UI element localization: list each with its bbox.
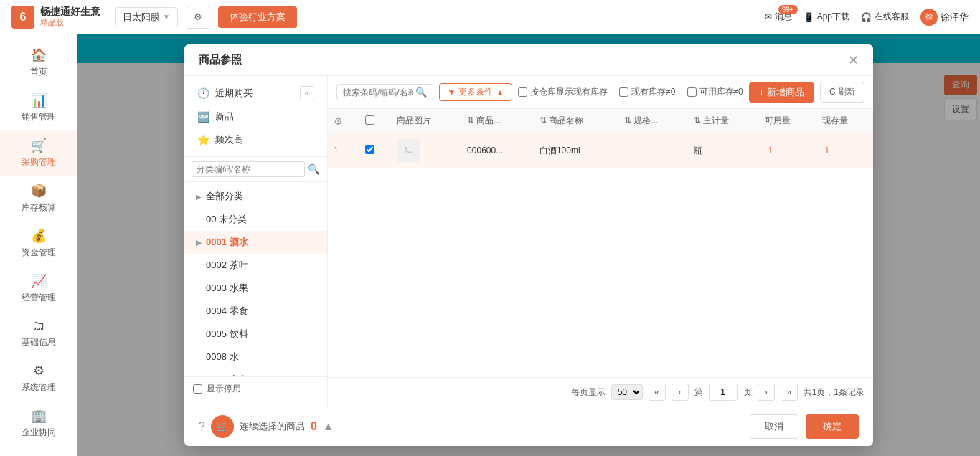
category-c0003[interactable]: 0003 水果 [184,277,327,300]
page-size-label: 每页显示 [571,386,606,399]
right-panel: 🔍 ▼ 更多条件 ▲ 按仓库显示现有库存 [328,76,873,407]
search-icon[interactable]: 🔍 [415,87,427,98]
modal-close-button[interactable]: ✕ [848,54,859,67]
user-avatar[interactable]: 徐 徐泽华 [920,9,969,26]
category-c0002[interactable]: 0002 茶叶 [184,254,327,277]
category-search-input[interactable] [192,161,305,177]
pagination-area: 每页显示 50 « ‹ 第 页 › » 共1页，1条记录 [328,377,873,407]
category-c00[interactable]: 00 未分类 [184,208,327,231]
inventory-icon: 📦 [31,183,47,199]
row-select-checkbox[interactable] [365,145,374,154]
add-product-button[interactable]: + 新增商品 [749,82,814,103]
footer-cart-area: ? 🛒 连续选择的商品 0 ▲ [199,415,334,438]
logo-text-area: 畅捷通好生意 精品版 [40,6,100,29]
help-icon[interactable]: ? [199,420,205,433]
refresh-button[interactable]: C 刷新 [820,82,864,103]
col-checkbox-header [359,109,391,133]
sidebar-item-home[interactable]: 🏠 首页 [0,40,77,85]
app-download-button[interactable]: 📱 App下载 [804,11,849,23]
category-search-icon[interactable]: 🔍 [308,163,320,175]
available-nonzero-checkbox[interactable] [687,87,697,97]
svg-rect-0 [401,143,415,158]
filter-icon: ▼ [447,87,456,98]
confirm-button[interactable]: 确定 [806,414,859,439]
cancel-button[interactable]: 取消 [750,414,798,439]
first-page-button[interactable]: « [649,384,666,401]
show-disabled-checkbox[interactable] [193,384,202,394]
category-c0005[interactable]: 0005 饮料 [184,323,327,346]
page-size-select[interactable]: 50 [611,384,643,400]
more-filter-button[interactable]: ▼ 更多条件 ▲ [439,83,512,101]
sidebar-item-sales[interactable]: 📊 销售管理 [0,85,77,130]
main-layout: 🏠 首页 📊 销售管理 🛒 采购管理 📦 库存核算 💰 资金管理 📈 经营管理 … [0,34,980,456]
column-settings-icon[interactable]: ⚙ [334,115,343,127]
stock-nonzero-checkbox[interactable] [619,87,628,97]
tab-recent-purchase[interactable]: 🕐 近期购买 « [190,82,321,105]
sidebar-item-basics[interactable]: 🗂 基础信息 [0,311,77,356]
logo-subtitle: 精品版 [40,17,100,28]
sidebar-item-system[interactable]: ⚙ 系统管理 [0,356,77,401]
row-code: 000600... [461,133,534,168]
row-num: 1 [328,133,359,168]
category-c0010[interactable]: 0010 家电 [184,369,327,376]
col-unit-header[interactable]: ⇅ 主计量 [688,109,760,133]
product-search-input[interactable] [343,87,413,98]
logo-icon: 6 [11,6,34,29]
purchase-icon: 🛒 [31,138,47,153]
modal-backdrop: 商品参照 ✕ 🕐 近期购买 « [77,34,980,456]
row-img [391,133,461,168]
store-selector[interactable]: 日太阳膜 ▼ [115,7,178,27]
modal-body: 🕐 近期购买 « 🆕 新品 ⭐ 频次高 [184,76,873,407]
sidebar-item-inventory[interactable]: 📦 库存核算 [0,176,77,221]
left-panel-tabs: 🕐 近期购买 « 🆕 新品 ⭐ 频次高 [184,82,327,157]
checkbox-available-nonzero[interactable]: 可用库存≠0 [687,86,743,98]
nav-right-area: ✉ 消息 99+ 📱 App下载 🎧 在线客服 徐 徐泽华 [765,9,969,26]
product-table-wrap: ⚙ 商品图片 [328,109,873,377]
online-service-button[interactable]: 🎧 在线客服 [861,11,909,23]
collapse-left-panel-button[interactable]: « [300,86,314,100]
select-all-checkbox[interactable] [365,115,374,125]
settings-icon-btn[interactable]: ⚙ [187,6,209,29]
modal-footer: ? 🛒 连续选择的商品 0 ▲ 取消 确定 [184,407,873,446]
finance-icon: 💰 [31,228,47,244]
checkbox-stock-nonzero[interactable]: 现有库存≠0 [619,86,675,98]
sidebar: 🏠 首页 📊 销售管理 🛒 采购管理 📦 库存核算 💰 资金管理 📈 经营管理 … [0,34,77,456]
checkbox-by-warehouse[interactable]: 按仓库显示现有库存 [518,86,608,98]
home-icon: 🏠 [31,47,47,63]
sidebar-item-operations[interactable]: 📈 经营管理 [0,266,77,311]
sidebar-item-purchase[interactable]: 🛒 采购管理 [0,130,77,176]
page-suffix: 页 [743,386,752,399]
tab-frequent[interactable]: ⭐ 频次高 [190,129,321,151]
row-name: 白酒100ml [534,133,618,168]
modal-header: 商品参照 ✕ [184,44,873,76]
collapse-footer-icon[interactable]: ▲ [323,420,334,433]
table-row[interactable]: 1 000600... 白酒100ml 瓶 -1 -1 [328,133,873,168]
category-c0008[interactable]: 0008 水 [184,346,327,369]
top-navbar: 6 畅捷通好生意 精品版 日太阳膜 ▼ ⚙ 体验行业方案 ✉ 消息 99+ 📱 … [0,0,980,34]
system-icon: ⚙ [33,363,44,379]
sidebar-item-finance[interactable]: 💰 资金管理 [0,221,77,266]
last-page-button[interactable]: » [781,384,798,401]
by-warehouse-checkbox[interactable] [518,87,527,97]
tab-new-products[interactable]: 🆕 新品 [190,106,321,128]
prev-page-button[interactable]: ‹ [672,384,689,401]
col-code-header[interactable]: ⇅ 商品... [461,109,534,133]
row-checkbox[interactable] [359,133,391,168]
col-name-header[interactable]: ⇅ 商品名称 [534,109,618,133]
sidebar-item-guide[interactable]: 📖 新手引导 [0,446,77,456]
show-disabled-label[interactable]: 显示停用 [207,383,241,395]
page-number-input[interactable] [709,384,738,401]
footer-right-buttons: 取消 确定 [750,414,859,439]
category-c0004[interactable]: 0004 零食 [184,300,327,323]
col-spec-header[interactable]: ⇅ 规格... [618,109,688,133]
sidebar-item-enterprise[interactable]: 🏢 企业协同 [0,401,77,446]
row-spec [618,133,688,168]
next-page-button[interactable]: › [758,384,775,401]
category-c0001[interactable]: ▶ 0001 酒水 [184,231,327,254]
messages-button[interactable]: ✉ 消息 99+ [765,11,792,23]
category-all[interactable]: ▶ 全部分类 [184,185,327,208]
try-industry-button[interactable]: 体验行业方案 [218,6,297,28]
col-img-header: 商品图片 [391,109,461,133]
col-settings-header[interactable]: ⚙ [328,109,359,133]
cart-icon-button[interactable]: 🛒 [211,415,234,438]
